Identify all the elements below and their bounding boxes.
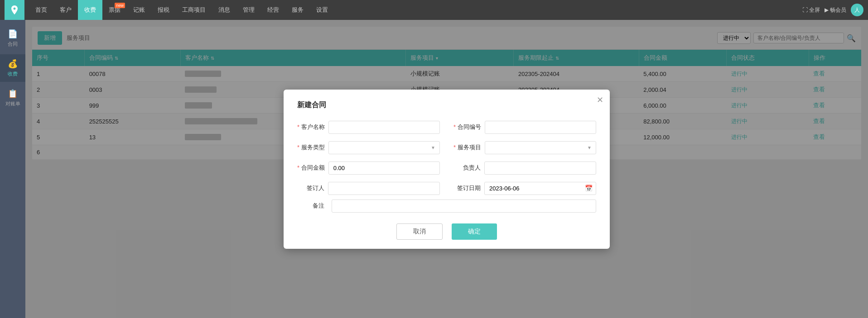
nav-jizhang[interactable]: 记账 xyxy=(127,0,151,20)
nav-piaoju[interactable]: 票据 new xyxy=(102,0,127,20)
nav-home[interactable]: 首页 xyxy=(29,0,53,20)
member-icon: ▶ xyxy=(825,7,829,13)
notes-input[interactable] xyxy=(332,199,596,213)
cancel-button[interactable]: 取消 xyxy=(396,223,443,240)
nav-gongshang[interactable]: 工商项目 xyxy=(176,0,212,20)
contract-no-label: 合同编号 xyxy=(453,123,481,131)
service-item-select[interactable] xyxy=(485,141,596,154)
form-row-service-item: 服务项目 ▼ xyxy=(453,141,596,154)
top-nav: 首页 客户 收费 票据 new 记账 报税 工商项目 消息 管理 经营 服务 设… xyxy=(0,0,868,20)
form-row-amount: 合同金额 xyxy=(297,161,440,175)
form-row-customer: 客户名称 xyxy=(297,121,440,134)
new-contract-modal: ✕ 新建合同 客户名称 合同编号 服务类型 xyxy=(284,90,610,249)
form-grid: 客户名称 合同编号 服务类型 ▼ xyxy=(297,121,596,195)
main-layout: 📄 合同 💰 收费 📋 对账单 新增 服务项目 进行中 已完成 已终止 xyxy=(0,20,868,318)
fullscreen-button[interactable]: ⛶ 全屏 xyxy=(802,6,820,14)
sidebar-item-fee[interactable]: 💰 收费 xyxy=(0,54,25,82)
form-row-service-type: 服务类型 ▼ xyxy=(297,141,440,154)
form-row-contract-no: 合同编号 xyxy=(453,121,596,134)
form-row-signer: 签订人 xyxy=(297,182,440,195)
signer-input[interactable] xyxy=(328,182,440,195)
amount-input[interactable] xyxy=(328,161,440,175)
confirm-button[interactable]: 确定 xyxy=(452,223,497,240)
sidebar-item-contract[interactable]: 📄 合同 xyxy=(0,24,25,52)
sign-date-input[interactable] xyxy=(484,182,596,195)
nav-guanli[interactable]: 管理 xyxy=(236,0,261,20)
service-item-wrap: ▼ xyxy=(485,141,596,154)
member-label: 畅会员 xyxy=(830,6,846,14)
new-badge: new xyxy=(115,3,125,8)
sidebar-item-label-fee: 收费 xyxy=(8,71,18,77)
nav-fuwu[interactable]: 服务 xyxy=(285,0,310,20)
notes-label: 备注 xyxy=(297,202,324,210)
avatar[interactable]: 人 xyxy=(851,4,863,16)
fee-icon: 💰 xyxy=(8,59,18,69)
contract-icon: 📄 xyxy=(8,29,18,39)
signer-label: 签订人 xyxy=(297,184,324,192)
logo xyxy=(5,0,24,20)
sidebar: 📄 合同 💰 收费 📋 对账单 xyxy=(0,20,25,318)
responsible-label: 负责人 xyxy=(453,164,481,172)
modal-close-button[interactable]: ✕ xyxy=(597,96,603,104)
sidebar-item-statement[interactable]: 📋 对账单 xyxy=(0,84,25,112)
nav-shoufe[interactable]: 收费 xyxy=(78,0,102,20)
content-area: 新增 服务项目 进行中 已完成 已终止 🔍 序号 合同编 xyxy=(25,20,868,318)
nav-xiaoxi[interactable]: 消息 xyxy=(212,0,236,20)
statement-icon: 📋 xyxy=(8,89,18,99)
nav-baoshui[interactable]: 报税 xyxy=(151,0,176,20)
service-type-label: 服务类型 xyxy=(297,143,325,152)
customer-name-label: 客户名称 xyxy=(297,123,325,131)
date-input-wrap: 📅 xyxy=(484,182,596,195)
fullscreen-icon: ⛶ xyxy=(802,7,808,13)
nav-customer[interactable]: 客户 xyxy=(53,0,78,20)
contract-no-input[interactable] xyxy=(485,121,596,134)
nav-shezhi[interactable]: 设置 xyxy=(310,0,334,20)
service-type-select[interactable] xyxy=(328,141,440,154)
fullscreen-label: 全屏 xyxy=(809,6,820,14)
responsible-input[interactable] xyxy=(484,161,596,175)
form-row-notes: 备注 xyxy=(297,199,596,213)
form-row-responsible: 负责人 xyxy=(453,161,596,175)
service-type-wrap: ▼ xyxy=(328,141,440,154)
modal-overlay: ✕ 新建合同 客户名称 合同编号 服务类型 xyxy=(25,20,868,318)
service-item-label: 服务项目 xyxy=(453,143,481,152)
form-row-sign-date: 签订日期 📅 xyxy=(453,182,596,195)
customer-name-input[interactable] xyxy=(328,121,440,134)
member-button[interactable]: ▶ 畅会员 xyxy=(825,6,846,14)
modal-footer: 取消 确定 xyxy=(297,223,596,240)
sidebar-item-label-contract: 合同 xyxy=(8,41,18,47)
sign-date-label: 签订日期 xyxy=(453,184,481,192)
amount-label: 合同金额 xyxy=(297,164,325,172)
top-nav-right: ⛶ 全屏 ▶ 畅会员 人 xyxy=(802,4,863,16)
sidebar-item-label-statement: 对账单 xyxy=(5,100,20,107)
modal-title: 新建合同 xyxy=(297,100,596,110)
nav-jingying[interactable]: 经营 xyxy=(261,0,285,20)
